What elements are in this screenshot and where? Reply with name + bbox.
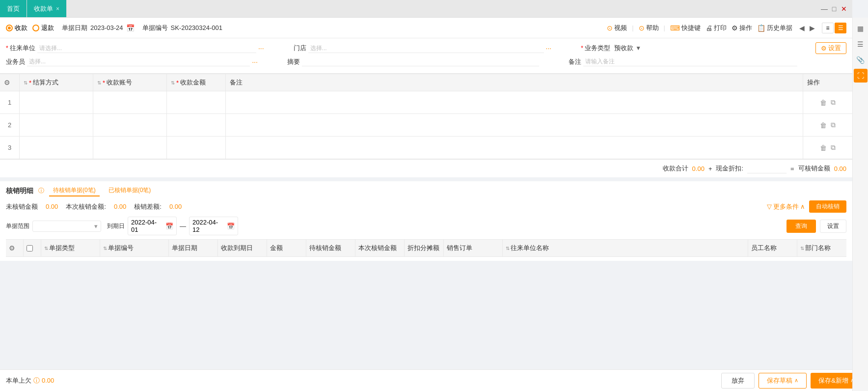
row-1-actions: 🗑 ⧉ [803, 91, 852, 113]
row-1-copy-icon[interactable]: ⧉ [831, 98, 836, 107]
row-3-copy-icon[interactable]: ⧉ [831, 143, 836, 152]
filter-settings-button[interactable]: 设置 [820, 220, 846, 233]
bsort-1[interactable]: ⇅ [44, 246, 48, 251]
action-history[interactable]: 📋 历史单据 [757, 24, 792, 32]
nav-next[interactable]: ▶ [808, 23, 817, 33]
date-value: 2023-03-24 [90, 24, 123, 31]
more-conditions-button[interactable]: ▽ 更多条件 ∧ [767, 202, 805, 211]
radio-refund[interactable]: 退款 [32, 24, 54, 32]
writeoff-info-icon[interactable]: ⓘ [38, 187, 44, 195]
date-to-input[interactable]: 2022-04-12 📅 [189, 217, 238, 235]
staff-more-icon[interactable]: ··· [252, 58, 258, 66]
tab-pending[interactable]: 待核销单据(0笔) [49, 185, 100, 196]
discount-input[interactable] [747, 164, 787, 173]
bcol-due-date: 收款到期日 [218, 240, 267, 256]
remark-field: 备注 [569, 57, 797, 66]
shortcut-label: 快捷键 [681, 24, 701, 32]
radio-receipt[interactable]: 收款 [6, 24, 27, 32]
row-1-amount[interactable] [167, 91, 226, 113]
sidebar-table-icon[interactable]: ▦ [854, 22, 868, 35]
counterpart-more-icon[interactable]: ··· [258, 44, 264, 52]
sort-icon-2[interactable]: ⇅ [97, 80, 101, 85]
view-list-icon[interactable]: ≡ [822, 23, 834, 33]
tab-home[interactable]: 首页 [0, 0, 27, 17]
bcol-company: ⇅ 往来单位名称 [503, 240, 748, 256]
query-button[interactable]: 查询 [787, 220, 816, 233]
row-2-settlement[interactable] [20, 114, 93, 136]
window-controls: — □ ✕ [820, 4, 852, 13]
id-field: 单据编号 SK-20230324-001 [142, 24, 223, 32]
abandon-button[interactable]: 放弃 [721, 373, 755, 389]
view-grid-icon[interactable]: ☰ [835, 23, 846, 33]
bsort-2[interactable]: ⇅ [103, 246, 107, 251]
staff-input[interactable] [27, 57, 250, 66]
row-3-delete-icon[interactable]: 🗑 [820, 144, 827, 152]
footer-info-icon[interactable]: ⓘ [33, 376, 40, 385]
sidebar-list-icon[interactable]: ☰ [854, 37, 868, 51]
row-1-remark[interactable] [226, 91, 803, 113]
select-all-checkbox[interactable] [27, 245, 33, 251]
maximize-button[interactable]: □ [830, 4, 839, 13]
row-1-delete-icon[interactable]: 🗑 [820, 99, 827, 107]
row-3-remark[interactable] [226, 137, 803, 159]
action-video[interactable]: ⊙ 视频 [607, 24, 627, 32]
action-help[interactable]: ⊙ 帮助 [639, 24, 659, 32]
bsort-4[interactable]: ⇅ [800, 246, 804, 251]
col-gear: ⚙ [0, 74, 20, 91]
sidebar-expand-icon[interactable]: ⛶ [854, 69, 868, 83]
col-remark: 备注 [226, 74, 803, 91]
close-button[interactable]: ✕ [840, 4, 848, 13]
nav-prev[interactable]: ◀ [797, 23, 807, 33]
range-select[interactable]: ▾ [32, 221, 101, 232]
col-settlement-label: 结算方式 [33, 78, 58, 87]
summary-input[interactable] [302, 57, 539, 66]
stat-diff-val: 0.00 [169, 203, 182, 210]
row-2-account[interactable] [93, 114, 167, 136]
bottom-gear-icon[interactable]: ⚙ [9, 244, 15, 252]
store-input[interactable] [308, 44, 544, 53]
action-shortcut[interactable]: ⌨ 快捷键 [670, 24, 701, 32]
row-2-delete-icon[interactable]: 🗑 [820, 121, 827, 129]
row-2-copy-icon[interactable]: ⧉ [831, 121, 836, 129]
save-draft-button[interactable]: 保存草稿 ∧ [759, 373, 807, 389]
calendar-icon[interactable]: 📅 [126, 24, 135, 32]
sidebar-clip-icon[interactable]: 📎 [854, 53, 868, 67]
bcol-gear: ⚙ [6, 240, 24, 256]
row-1-account[interactable] [93, 91, 167, 113]
nav-controls: ◀ ▶ [797, 23, 817, 33]
business-type-dropdown[interactable]: ▼ [635, 45, 641, 52]
writeoff-header: 核销明细 ⓘ 待核销单据(0笔) 已核销单据(0笔) [6, 185, 846, 196]
view-toggle: ≡ ☰ [822, 23, 846, 33]
table-gear-icon[interactable]: ⚙ [4, 79, 10, 86]
sort-icon-3[interactable]: ⇅ [171, 80, 175, 85]
bsort-3[interactable]: ⇅ [506, 246, 510, 251]
settings-button[interactable]: ⚙ 设置 [815, 42, 846, 54]
bcol-staff: 员工名称 [748, 240, 797, 256]
row-3-account[interactable] [93, 137, 167, 159]
row-2-remark[interactable] [226, 114, 803, 136]
calendar-icon-3[interactable]: 📅 [227, 223, 235, 230]
store-more-icon[interactable]: ··· [546, 44, 552, 52]
sort-icon[interactable]: ⇅ [24, 80, 27, 85]
row-2-amount[interactable] [167, 114, 226, 136]
bcol-sales-order: 销售订单 [444, 240, 503, 256]
auto-writeoff-button[interactable]: 自动核销 [809, 200, 846, 213]
tab-receipt[interactable]: 收款单 × [27, 0, 67, 17]
counterpart-input[interactable] [37, 44, 256, 53]
action-operate[interactable]: ⚙ 操作 [732, 24, 752, 32]
minimize-button[interactable]: — [820, 4, 829, 13]
total-label: 收款合计 [663, 164, 688, 173]
tab-close-icon[interactable]: × [56, 5, 59, 12]
row-3-amount[interactable] [167, 137, 226, 159]
calendar-icon-2[interactable]: 📅 [165, 223, 173, 230]
remark-input[interactable] [583, 57, 797, 66]
store-field: 门店 ··· [294, 44, 552, 53]
date-from-input[interactable]: 2022-04-01 📅 [128, 217, 177, 235]
settings-label: 设置 [828, 44, 841, 53]
row-1-settlement[interactable] [20, 91, 93, 113]
tab-done[interactable]: 已核销单据(0笔) [105, 185, 155, 196]
business-type-field: * 业务类型 预收款 ▼ [581, 44, 815, 53]
action-print[interactable]: 🖨 打印 [705, 24, 727, 32]
row-3-settlement[interactable] [20, 137, 93, 159]
store-label: 门店 [294, 44, 306, 53]
